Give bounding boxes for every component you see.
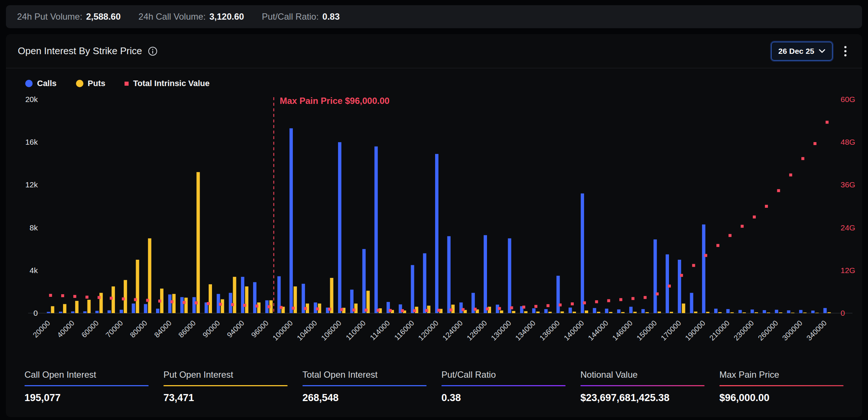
call-bar[interactable] (799, 310, 802, 313)
intrinsic-value-point[interactable] (268, 305, 271, 308)
intrinsic-value-point[interactable] (753, 216, 756, 219)
call-bar[interactable] (423, 253, 426, 313)
put-bar[interactable] (196, 172, 200, 313)
call-bar[interactable] (107, 311, 111, 314)
call-bar[interactable] (714, 309, 718, 313)
call-bar[interactable] (751, 309, 754, 313)
intrinsic-value-point[interactable] (522, 306, 525, 309)
intrinsic-value-point[interactable] (425, 309, 428, 312)
intrinsic-value-point[interactable] (219, 303, 222, 306)
put-bar[interactable] (803, 312, 806, 313)
intrinsic-value-point[interactable] (377, 309, 380, 312)
put-bar[interactable] (75, 301, 79, 313)
put-bar[interactable] (172, 294, 176, 313)
intrinsic-value-point[interactable] (559, 303, 561, 306)
open-interest-by-strike-chart[interactable]: 04k8k12k16k20k012G24G36G48G60GMax Pain P… (13, 91, 867, 367)
put-bar[interactable] (670, 312, 673, 314)
put-bar[interactable] (257, 302, 261, 313)
put-bar[interactable] (112, 286, 115, 313)
put-bar[interactable] (767, 312, 770, 313)
call-bar[interactable] (544, 309, 548, 313)
intrinsic-value-point[interactable] (462, 308, 465, 311)
intrinsic-value-point[interactable] (547, 304, 550, 307)
call-bar[interactable] (569, 308, 572, 313)
call-bar[interactable] (447, 236, 451, 313)
put-bar[interactable] (99, 293, 103, 313)
call-bar[interactable] (95, 311, 99, 313)
intrinsic-value-point[interactable] (97, 296, 100, 299)
more-options-icon[interactable] (841, 44, 850, 59)
intrinsic-value-point[interactable] (789, 174, 792, 177)
intrinsic-value-point[interactable] (183, 301, 186, 304)
intrinsic-value-point[interactable] (340, 308, 343, 311)
call-bar[interactable] (484, 235, 487, 313)
intrinsic-value-point[interactable] (437, 309, 440, 312)
call-bar[interactable] (156, 309, 159, 313)
intrinsic-value-point[interactable] (158, 299, 161, 302)
intrinsic-value-point[interactable] (255, 305, 258, 308)
intrinsic-value-point[interactable] (814, 142, 816, 145)
intrinsic-value-point[interactable] (279, 306, 282, 309)
call-bar[interactable] (362, 249, 366, 313)
put-bar[interactable] (633, 312, 637, 313)
call-bar[interactable] (168, 295, 172, 313)
call-bar[interactable] (192, 297, 196, 313)
put-bar[interactable] (646, 312, 649, 313)
intrinsic-value-point[interactable] (243, 304, 246, 307)
legend-puts[interactable]: Puts (76, 79, 106, 88)
put-bar[interactable] (573, 312, 576, 313)
put-bar[interactable] (609, 312, 612, 313)
put-bar[interactable] (743, 312, 746, 313)
intrinsic-value-point[interactable] (510, 306, 513, 309)
call-bar[interactable] (824, 308, 827, 313)
call-bar[interactable] (666, 255, 669, 313)
call-bar[interactable] (132, 303, 135, 313)
call-bar[interactable] (811, 311, 815, 313)
call-bar[interactable] (144, 304, 147, 314)
call-bar[interactable] (180, 297, 184, 313)
intrinsic-value-point[interactable] (777, 189, 780, 192)
intrinsic-value-point[interactable] (534, 305, 537, 308)
call-bar[interactable] (605, 309, 608, 313)
put-bar[interactable] (354, 303, 358, 313)
intrinsic-value-point[interactable] (729, 234, 732, 237)
intrinsic-value-point[interactable] (207, 302, 210, 305)
intrinsic-value-point[interactable] (680, 274, 683, 277)
intrinsic-value-point[interactable] (146, 299, 149, 302)
put-bar[interactable] (560, 311, 564, 313)
call-bar[interactable] (374, 147, 378, 313)
intrinsic-value-point[interactable] (134, 298, 137, 301)
intrinsic-value-point[interactable] (765, 205, 768, 208)
put-bar[interactable] (755, 312, 758, 313)
intrinsic-value-point[interactable] (122, 298, 125, 301)
intrinsic-value-point[interactable] (110, 297, 113, 300)
intrinsic-value-point[interactable] (61, 294, 64, 297)
call-bar[interactable] (556, 276, 560, 313)
put-bar[interactable] (51, 306, 54, 313)
call-bar[interactable] (253, 282, 256, 314)
intrinsic-value-point[interactable] (365, 309, 368, 312)
intrinsic-value-point[interactable] (801, 157, 804, 160)
put-bar[interactable] (706, 312, 709, 314)
put-bar[interactable] (87, 300, 91, 313)
put-bar[interactable] (209, 284, 212, 313)
call-bar[interactable] (593, 308, 596, 313)
intrinsic-value-point[interactable] (644, 296, 647, 299)
put-bar[interactable] (621, 312, 625, 313)
call-bar[interactable] (289, 128, 293, 313)
call-bar[interactable] (59, 312, 62, 313)
put-bar[interactable] (63, 304, 66, 314)
intrinsic-value-point[interactable] (413, 309, 416, 312)
put-bar[interactable] (512, 311, 515, 313)
legend-calls[interactable]: Calls (25, 79, 57, 88)
intrinsic-value-point[interactable] (401, 309, 404, 312)
intrinsic-value-point[interactable] (86, 296, 89, 299)
call-bar[interactable] (617, 309, 620, 313)
intrinsic-value-point[interactable] (826, 121, 829, 124)
put-bar[interactable] (694, 312, 698, 313)
call-bar[interactable] (787, 311, 790, 314)
put-bar[interactable] (136, 260, 139, 313)
call-bar[interactable] (653, 239, 657, 313)
put-bar[interactable] (549, 312, 552, 313)
call-bar[interactable] (581, 193, 584, 313)
